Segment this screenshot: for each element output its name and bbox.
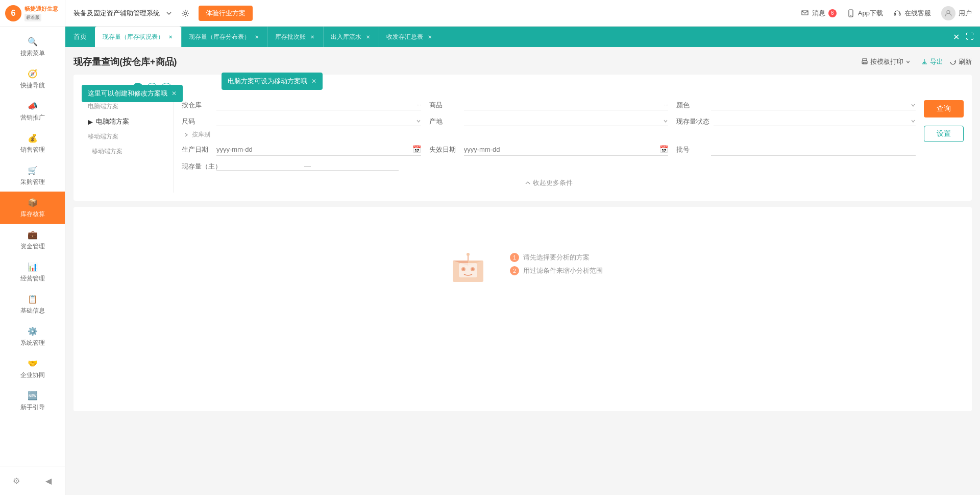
sidebar-menu: 🔍 搜索菜单 🧭 快捷导航 📣 营销推广 💰 销售管理 🛒 采购管理 📦 库存核… (0, 27, 65, 466)
sidebar-item-marketing[interactable]: 📣 营销推广 (0, 95, 65, 127)
logo-icon: 6 (5, 5, 21, 21)
exp-industry-button[interactable]: 体验行业方案 (199, 6, 253, 21)
edit-tooltip-text: 这里可以创建和修改方案哦 (88, 89, 167, 98)
empty-state: 1 请先选择要分析的方案 2 用过滤条件来缩小分析范围 (74, 207, 972, 321)
color-select[interactable] (711, 101, 916, 110)
sidebar-item-ops[interactable]: 📊 经营管理 (0, 256, 65, 288)
tab-home[interactable]: 首页 (65, 27, 95, 47)
collab-icon: 🤝 (27, 358, 38, 369)
produce-date-input[interactable]: 📅 (216, 143, 421, 156)
step-1-text: 请先选择要分析的方案 (523, 253, 590, 262)
export-label: 导出 (930, 57, 943, 66)
close-all-tabs-icon[interactable]: ✕ (953, 32, 960, 42)
main-area: 装备及固定资产辅助管理系统 体验行业方案 消息 6 (65, 0, 980, 495)
tab-inventory-dist[interactable]: 现存量（库存分布表） ✕ (181, 27, 267, 47)
stock-range-input[interactable]: — (216, 162, 399, 171)
sidebar-item-label: 销售管理 (20, 146, 45, 154)
sidebar-item-guide[interactable]: 🆕 新手引导 (0, 385, 65, 417)
sidebar-item-inventory[interactable]: 📦 库存核算 (0, 192, 65, 224)
support-button[interactable]: 在线客服 (893, 9, 931, 18)
data-table-area: 1 请先选择要分析的方案 2 用过滤条件来缩小分析范围 (74, 207, 972, 411)
refresh-button[interactable]: 刷新 (949, 57, 972, 66)
empty-illustration (443, 238, 494, 290)
warehouse-select[interactable]: ··· (216, 100, 421, 110)
tab-in-out-flow[interactable]: 出入库流水 ✕ (323, 27, 379, 47)
pc-tooltip-close[interactable]: ✕ (311, 78, 316, 85)
goods-select[interactable]: ··· (464, 100, 669, 110)
expire-date-input[interactable]: 📅 (464, 143, 669, 156)
sidebar-item-label: 营销推广 (20, 113, 45, 122)
size-select[interactable] (216, 116, 421, 126)
sidebar-bottom: ⚙ ◀ (0, 466, 65, 495)
svg-point-0 (184, 12, 187, 14)
tab-received-summary[interactable]: 收发存汇总表 ✕ (379, 27, 440, 47)
header-settings-button[interactable] (178, 6, 192, 20)
sidebar-item-system[interactable]: ⚙️ 系统管理 (0, 320, 65, 352)
tab-close-inventory-status[interactable]: ✕ (167, 33, 174, 40)
filter-fields: 按仓库 ··· 商品 ··· (174, 100, 916, 193)
collapse-sidebar-button[interactable]: ◀ (40, 473, 57, 489)
query-button[interactable]: 查询 (924, 100, 964, 117)
edit-tooltip-close[interactable]: ✕ (172, 90, 177, 97)
filter-buttons: 查询 设置 (916, 100, 964, 193)
batch-input[interactable] (711, 144, 916, 156)
scheme-item-mobile[interactable]: 移动端方案 (82, 143, 173, 160)
range-separator: — (304, 162, 311, 170)
setup-button[interactable]: 设置 (924, 126, 964, 142)
print-button[interactable]: 按模板打印 (857, 55, 915, 68)
sidebar-item-sales[interactable]: 💰 销售管理 (0, 127, 65, 159)
sidebar-item-basic[interactable]: 📋 基础信息 (0, 288, 65, 320)
stock-to-input[interactable] (313, 162, 399, 170)
pc-scheme-tooltip: 电脑方案可设为移动方案哦 ✕ (222, 73, 323, 90)
sidebar-item-label: 资金管理 (20, 242, 45, 251)
headset-icon (893, 9, 901, 17)
sidebar-item-collab[interactable]: 🤝 企业协同 (0, 352, 65, 385)
tab-inventory-status[interactable]: 现存量（库存状况表） ✕ (95, 27, 181, 47)
header-right: 消息 6 App下载 在线客服 (801, 6, 972, 20)
tab-bar: 首页 现存量（库存状况表） ✕ 现存量（库存分布表） ✕ 库存批次账 ✕ 出入库… (65, 27, 980, 47)
tab-batch-ledger[interactable]: 库存批次账 ✕ (267, 27, 323, 47)
finance-icon: 💼 (27, 229, 38, 240)
avatar (941, 6, 955, 20)
sidebar-item-purchase[interactable]: 🛒 采购管理 (0, 159, 65, 192)
sidebar-item-search[interactable]: 🔍 搜索菜单 (0, 31, 65, 63)
tab-close-batch-ledger[interactable]: ✕ (309, 33, 316, 40)
message-button[interactable]: 消息 6 (801, 9, 837, 18)
sidebar-item-finance[interactable]: 💼 资金管理 (0, 224, 65, 256)
color-field: 颜色 (676, 101, 916, 110)
settings-button[interactable]: ⚙ (8, 473, 24, 489)
system-dropdown[interactable] (166, 10, 172, 16)
pc-tooltip-text: 电脑方案可设为移动方案哦 (228, 77, 307, 86)
expand-icon[interactable]: ⛶ (966, 32, 974, 41)
arrow-right-icon (184, 132, 189, 137)
scheme-item-pc[interactable]: ▶ 电脑端方案 (82, 113, 173, 130)
app-download-button[interactable]: App下载 (847, 9, 883, 18)
tab-close-received-summary[interactable]: ✕ (426, 33, 433, 40)
tab-close-inventory-dist[interactable]: ✕ (253, 33, 260, 40)
filter-row-4: 现存量（主） — (182, 162, 916, 171)
svg-rect-4 (899, 13, 901, 15)
expire-date-text[interactable] (464, 146, 660, 153)
filter-header: 按以下方案查询 + ⊕ ← 电脑方案可设为移动方案哦 ✕ (82, 83, 964, 94)
collapse-conditions-button[interactable]: 收起更多条件 (182, 173, 916, 193)
stock-from-input[interactable] (216, 162, 302, 170)
expire-date-field: 失效日期 📅 (429, 143, 669, 156)
support-label: 在线客服 (904, 9, 931, 18)
goods-label: 商品 (429, 101, 460, 110)
user-menu[interactable]: 用户 (941, 6, 972, 20)
export-button[interactable]: 导出 (921, 57, 943, 66)
logo-text: 畅捷通好生意 标准版 (24, 5, 58, 21)
tab-label: 库存批次账 (275, 33, 306, 41)
expire-calendar-icon[interactable]: 📅 (659, 145, 668, 153)
tab-close-in-out-flow[interactable]: ✕ (364, 33, 372, 40)
calendar-icon[interactable]: 📅 (412, 145, 421, 153)
stock-status-select[interactable] (714, 116, 916, 126)
page-title: 现存量查询(按仓库+商品) (74, 56, 177, 68)
sidebar-item-label: 基础信息 (20, 307, 45, 315)
sidebar-item-nav[interactable]: 🧭 快捷导航 (0, 63, 65, 95)
produce-date-text[interactable] (216, 146, 412, 153)
mobile-icon (847, 9, 855, 17)
svg-point-16 (467, 253, 470, 256)
origin-select[interactable] (464, 116, 669, 126)
svg-rect-3 (894, 13, 896, 15)
